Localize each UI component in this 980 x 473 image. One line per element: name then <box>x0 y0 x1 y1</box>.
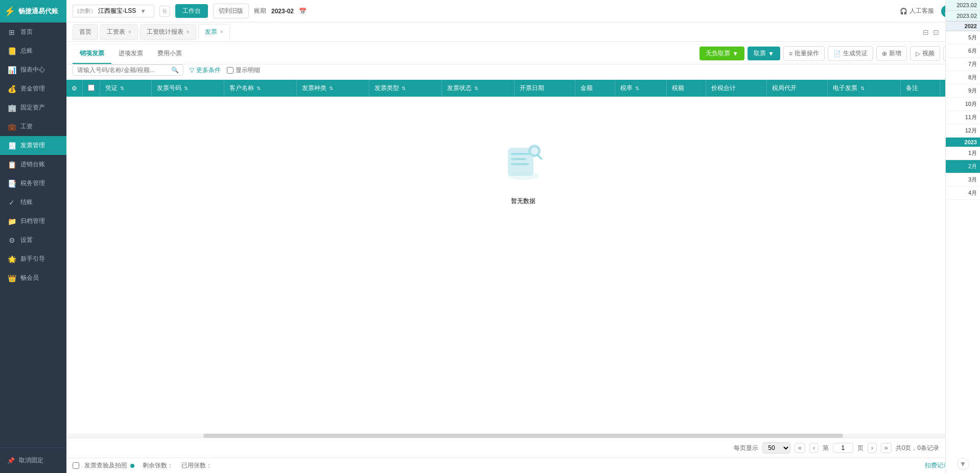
sidebar-item-tax[interactable]: 📑 税务管理 <box>0 174 66 193</box>
sort-status-icon[interactable]: ⇅ <box>474 85 478 91</box>
cal-month-2[interactable]: 2月 <box>946 160 980 173</box>
th-settings[interactable]: ⚙ <box>66 80 83 97</box>
sidebar-item-reports[interactable]: 📊 报表中心 <box>0 60 66 79</box>
th-checkbox[interactable] <box>83 80 100 97</box>
sort-invoice-no-icon[interactable]: ⇅ <box>184 85 188 91</box>
search-input[interactable] <box>77 66 169 74</box>
sidebar-item-fixed[interactable]: 🏢 固定资产 <box>0 98 66 117</box>
copy-button[interactable]: ⎘ <box>159 6 170 17</box>
sidebar-logo: ⚡ 畅捷通易代账 <box>0 0 66 22</box>
sidebar-item-label-fixed: 固定资产 <box>20 103 45 112</box>
cal-scroll-down[interactable]: ▼ <box>946 455 980 473</box>
show-detail-checkbox[interactable]: 显示明细 <box>227 66 260 75</box>
sort-voucher-icon[interactable]: ⇅ <box>120 85 124 91</box>
subtab-purchase-invoice[interactable]: 进项发票 <box>111 46 150 64</box>
new-label: 新增 <box>889 49 901 58</box>
th-invoice-status: 发票状态 ⇅ <box>442 80 515 97</box>
cal-year-2022: 2022 <box>946 21 980 31</box>
prev-page-button[interactable]: ‹ <box>809 443 819 453</box>
generate-voucher-button[interactable]: 📄 生成凭证 <box>828 46 873 61</box>
sidebar-item-funds[interactable]: 💰 资金管理 <box>0 79 66 98</box>
verify-item: 发票查验及拍照 <box>73 461 134 470</box>
tab-invoice[interactable]: 发票 × <box>198 24 230 40</box>
cal-month-9[interactable]: 9月 <box>946 84 980 98</box>
cal-month-1[interactable]: 1月 <box>946 147 980 160</box>
verify-label: 发票查验及拍照 <box>84 461 127 470</box>
sort-tax-rate-icon[interactable]: ⇅ <box>635 85 639 91</box>
support-label: 人工客服 <box>909 7 934 15</box>
cal-month-6[interactable]: 6月 <box>946 44 980 58</box>
cal-month-12[interactable]: 12月 <box>946 124 980 138</box>
sort-einvoice-icon[interactable]: ⇅ <box>860 85 865 91</box>
sidebar-item-closing[interactable]: ✓ 结账 <box>0 193 66 212</box>
collapse-tab-button[interactable]: ⊟ <box>923 28 929 36</box>
cal-month-10[interactable]: 10月 <box>946 98 980 111</box>
sort-invoice-cat-icon[interactable]: ⇅ <box>402 85 406 91</box>
tab-salary-table[interactable]: 工资表 × <box>100 24 138 40</box>
cal-month-7[interactable]: 7月 <box>946 58 980 71</box>
home-icon: ⊞ <box>7 28 16 36</box>
expand-tab-button[interactable]: ⊡ <box>933 28 939 36</box>
cal-month-8[interactable]: 8月 <box>946 71 980 84</box>
subtab-sales-label: 销项发票 <box>80 50 104 57</box>
company-selector[interactable]: (勿删） 江西服宝-LSS ▼ <box>73 5 154 17</box>
last-page-button[interactable]: » <box>881 443 892 453</box>
cal-month-4[interactable]: 4月 <box>946 187 980 200</box>
sidebar-item-member[interactable]: 👑 畅会员 <box>0 268 66 287</box>
show-detail-input[interactable] <box>227 67 234 74</box>
tab-home[interactable]: 首页 <box>73 24 98 40</box>
ledger-icon: 📒 <box>7 47 16 55</box>
workbench-button[interactable]: 工作台 <box>175 4 208 18</box>
subtab-sales-invoice[interactable]: 销项发票 <box>73 46 111 64</box>
cal-month-5[interactable]: 5月 <box>946 31 980 44</box>
next-page-button[interactable]: › <box>868 443 877 453</box>
tab-invoice-close[interactable]: × <box>220 29 223 35</box>
sort-invoice-type-icon[interactable]: ⇅ <box>329 85 333 91</box>
batch-ops-button[interactable]: ≡ 批量操作 <box>783 46 825 61</box>
first-page-button[interactable]: « <box>795 443 805 453</box>
select-all-checkbox[interactable] <box>88 84 95 91</box>
sidebar-item-salary[interactable]: 💼 工资 <box>0 117 66 136</box>
sidebar-item-settings[interactable]: ⚙ 设置 <box>0 231 66 250</box>
period-calendar-icon[interactable]: 📅 <box>299 8 307 15</box>
get-invoice-button[interactable]: 取票 ▼ <box>748 47 780 60</box>
no-invoice-button[interactable]: 无负取票 ▼ <box>699 47 744 60</box>
sidebar-item-guide[interactable]: 🌟 新手引导 <box>0 250 66 268</box>
search-box[interactable]: 🔍 <box>73 64 183 76</box>
cal-header2: 2023.02 <box>946 11 980 21</box>
th-tax-rate: 税率 ⇅ <box>615 80 666 97</box>
per-page-select[interactable]: 50 10 20 100 <box>762 442 790 454</box>
scroll-bar-area[interactable] <box>66 434 980 438</box>
sort-customer-icon[interactable]: ⇅ <box>256 85 261 91</box>
support-button[interactable]: 🎧 人工客服 <box>900 7 934 15</box>
sidebar-item-invoice[interactable]: 🧾 发票管理 <box>0 136 66 155</box>
sidebar-item-ledger[interactable]: 📒 总账 <box>0 41 66 60</box>
sidebar-item-archive[interactable]: 📁 归档管理 <box>0 212 66 231</box>
verify-checkbox[interactable] <box>73 462 79 469</box>
sidebar-item-label-reports: 报表中心 <box>20 65 45 74</box>
switch-old-button[interactable]: 切到旧版 <box>213 4 249 18</box>
sidebar-item-home[interactable]: ⊞ 首页 <box>0 22 66 41</box>
sidebar-collapse-btn[interactable]: 📌 取消固定 <box>0 452 66 469</box>
empty-icon <box>498 138 549 192</box>
page-input[interactable] <box>833 443 853 453</box>
scroll-bar-thumb[interactable] <box>203 434 843 438</box>
cal-month-11[interactable]: 11月 <box>946 111 980 124</box>
tab-salary-table-close[interactable]: × <box>128 29 131 35</box>
company-tag: (勿删） <box>77 7 96 15</box>
th-remarks: 备注 <box>900 80 940 97</box>
tab-salary-stats[interactable]: 工资统计报表 × <box>140 24 196 40</box>
pin-icon: 📌 <box>7 457 15 464</box>
th-customer: 客户名称 ⇅ <box>224 80 296 97</box>
tab-salary-stats-close[interactable]: × <box>186 29 190 35</box>
page-suffix: 页 <box>857 444 864 453</box>
cal-down-button[interactable]: ▼ <box>957 458 969 470</box>
cal-month-3[interactable]: 3月 <box>946 173 980 187</box>
video-button[interactable]: ▷ 视频 <box>910 46 940 61</box>
subtab-expense-receipt[interactable]: 费用小票 <box>150 46 189 64</box>
filter-button[interactable]: ▽ 更多条件 <box>190 66 221 75</box>
new-button[interactable]: ⊕ 新增 <box>876 46 907 61</box>
sidebar-item-sales[interactable]: 📋 进销台账 <box>0 155 66 174</box>
logo-icon: ⚡ <box>4 6 15 17</box>
sidebar-item-label-archive: 归档管理 <box>20 217 45 226</box>
